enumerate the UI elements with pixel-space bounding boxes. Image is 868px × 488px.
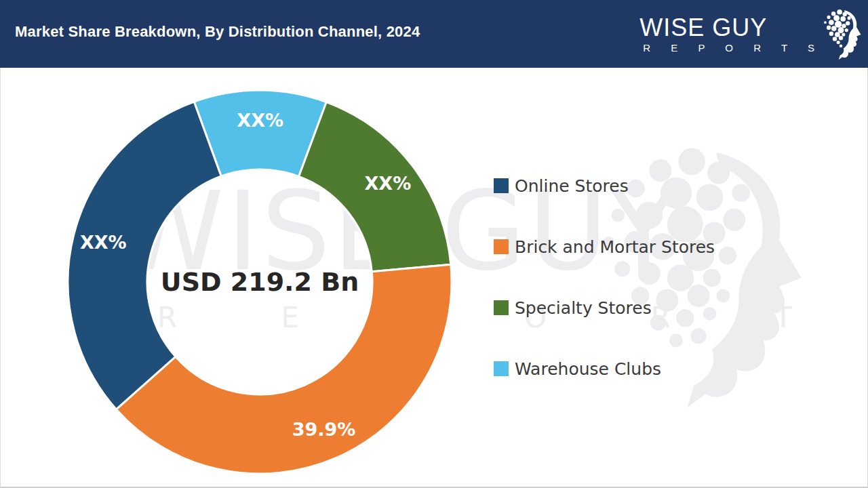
legend-item-specialty-stores: Specialty Stores <box>494 293 715 323</box>
chart-legend: Online Stores Brick and Mortar Stores Sp… <box>494 171 715 415</box>
donut-segment-label: XX% <box>365 173 412 194</box>
donut-segment-online-stores <box>68 102 221 409</box>
logo-wordmark: WISE GUY <box>639 16 823 40</box>
donut-segment-label: XX% <box>80 232 127 253</box>
legend-swatch-online-stores <box>494 178 509 193</box>
wise-guy-reports-logo: WISE GUY R E P O R T S <box>639 7 863 62</box>
donut-center-value: USD 219.2 Bn <box>161 267 359 297</box>
legend-item-brick-and-mortar-stores: Brick and Mortar Stores <box>494 232 715 262</box>
logo-face-icon <box>819 7 863 62</box>
legend-item-warehouse-clubs: Warehouse Clubs <box>494 354 715 384</box>
legend-label: Specialty Stores <box>515 298 652 318</box>
header-bar: Market Share Breakdown, By Distribution … <box>0 0 868 68</box>
page-title: Market Share Breakdown, By Distribution … <box>15 23 420 41</box>
logo-subtitle: R E P O R T S <box>639 42 823 54</box>
legend-swatch-warehouse-clubs <box>494 361 509 376</box>
legend-swatch-specialty-stores <box>494 300 509 315</box>
legend-item-online-stores: Online Stores <box>494 171 715 201</box>
donut-segment-label: 39.9% <box>292 419 356 440</box>
legend-label: Warehouse Clubs <box>515 359 661 379</box>
legend-label: Brick and Mortar Stores <box>515 237 715 257</box>
donut-segment-label: XX% <box>237 110 283 131</box>
legend-label: Online Stores <box>515 176 629 196</box>
legend-swatch-brick-and-mortar-stores <box>494 239 509 254</box>
infographic-page: WISE GUY R E P O R T S XX%XX%39.9%XX% US… <box>0 0 868 488</box>
